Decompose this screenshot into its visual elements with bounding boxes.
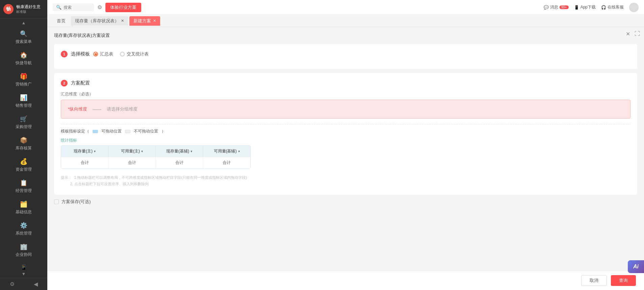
step2-title: 方案配置 [71, 80, 90, 86]
inventory-icon: 📦 [20, 137, 27, 144]
marketing-icon: 🎁 [20, 73, 27, 80]
panel-controls: ✕ ⛶ [624, 30, 641, 38]
ai-float-button[interactable]: Ai [628, 260, 644, 273]
save-scheme-checkbox[interactable] [54, 199, 59, 204]
td-current-main-summary: 合计 [61, 157, 108, 168]
radio-cross-dot [120, 52, 125, 56]
template-radio-group: 汇总表 交叉统计表 [93, 51, 149, 57]
radio-cross-table[interactable]: 交叉统计表 [120, 51, 149, 57]
online-service-item[interactable]: 🎧 在线客服 [601, 4, 624, 10]
th-available-main-label: 可用量(主) [121, 148, 140, 154]
table-header-row: 现存量(主) ▾ 可用量(主) ▾ 现存量(基辅) ▾ 可用量(基辅) ▾ [61, 146, 250, 157]
indicator-settings-suffix: ） [162, 128, 166, 134]
dimension-dash: —— [93, 107, 101, 112]
dimension-label: *纵向维度 [68, 106, 87, 112]
sidebar: 畅 畅康通好生意 标准版 ▲ 🔍 搜索菜单 🏠 快捷导航 🎁 营销推广 📊 销售… [0, 0, 47, 290]
th-available-aux-chevron[interactable]: ▾ [238, 149, 240, 153]
section1-header: 1 选择模板 汇总表 交叉统计表 [61, 51, 630, 57]
dimension-box[interactable]: *纵向维度 —— 请选择分组维度 [61, 100, 630, 119]
main-area: 🔍 ⚙ 体验行业方案 💬 消息 99+ 📱 App下载 🎧 在线客服 首页 [47, 0, 644, 290]
tab-new-scheme[interactable]: 新建方案 ✕ [129, 16, 160, 26]
step2-badge: 2 [61, 80, 68, 87]
guide-icon: 📱 [20, 264, 27, 270]
th-current-main-chevron[interactable]: ▾ [94, 149, 96, 153]
topbar: 🔍 ⚙ 体验行业方案 💬 消息 99+ 📱 App下载 🎧 在线客服 [47, 0, 644, 15]
td-available-aux-summary: 合计 [203, 157, 250, 168]
th-available-main-chevron[interactable]: ▾ [141, 149, 143, 153]
sidebar-item-label: 资金管理 [16, 167, 32, 172]
sidebar-item-marketing[interactable]: 🎁 营销推广 [0, 69, 47, 91]
draggable-label: 可拖动位置 [101, 128, 122, 134]
cancel-button[interactable]: 取消 [581, 275, 607, 286]
sidebar-item-system[interactable]: ⚙️ 系统管理 [0, 218, 47, 240]
sidebar-item-enterprise[interactable]: 🏢 企业协同 [0, 240, 47, 261]
th-current-aux[interactable]: 现存量(基辅) ▾ [156, 146, 203, 157]
app-download-item[interactable]: 📱 App下载 [574, 4, 596, 10]
radio-summary-dot [93, 52, 98, 56]
app-download-label: App下载 [580, 4, 596, 10]
stats-table: 现存量(主) ▾ 可用量(主) ▾ 现存量(基辅) ▾ 可用量(基辅) ▾ [61, 145, 251, 169]
query-button[interactable]: 查询 [611, 275, 636, 286]
indicator-settings: 模板指标设定（ 可拖动位置 不可拖动位置 ） [61, 128, 630, 134]
dimension-section-label: 汇总维度（必选） [61, 91, 630, 97]
tab-new-scheme-close-icon[interactable]: ✕ [153, 19, 156, 23]
dimension-placeholder: 请选择分组维度 [107, 106, 138, 112]
divider1 [61, 124, 630, 124]
user-avatar[interactable] [629, 3, 639, 12]
section-select-template: 1 选择模板 汇总表 交叉统计表 [54, 44, 637, 69]
th-available-main[interactable]: 可用量(主) ▾ [108, 146, 156, 157]
tab-inventory-close-icon[interactable]: ✕ [121, 19, 124, 23]
sidebar-item-label: 基础信息 [16, 209, 32, 215]
radio-summary-label: 汇总表 [100, 51, 113, 57]
sidebar-item-label: 搜索菜单 [16, 39, 32, 45]
experience-industry-button[interactable]: 体验行业方案 [105, 3, 141, 12]
messages-item[interactable]: 💬 消息 99+ [544, 4, 569, 10]
search-menu-icon: 🔍 [20, 30, 27, 38]
sidebar-item-quick-nav[interactable]: 🏠 快捷导航 [0, 48, 47, 69]
sidebar-item-purchase[interactable]: 🛒 采购管理 [0, 112, 47, 133]
close-panel-button[interactable]: ✕ [624, 30, 632, 38]
collapse-icon[interactable]: ◀ [34, 281, 38, 287]
sidebar-item-inventory[interactable]: 📦 库存核算 [0, 133, 47, 154]
th-available-aux[interactable]: 可用量(基辅) ▾ [203, 146, 250, 157]
messages-badge: 99+ [560, 5, 569, 9]
th-current-aux-chevron[interactable]: ▾ [191, 149, 192, 153]
quick-nav-icon: 🏠 [20, 51, 27, 59]
hint-text-2: 2. 点击标题栏下拉可设置排序、插入列和删除列 [61, 182, 630, 187]
sidebar-scroll-down[interactable]: ▼ [0, 270, 47, 278]
sidebar-item-label: 采购管理 [16, 124, 32, 130]
tab-home[interactable]: 首页 [53, 16, 70, 26]
table-body: 合计 合计 合计 合计 [61, 157, 250, 168]
sidebar-item-guide[interactable]: 📱 新手引导 [0, 261, 47, 270]
step1-badge: 1 [61, 51, 68, 57]
settings-icon[interactable]: ⚙ [10, 281, 15, 287]
topbar-search-box[interactable]: 🔍 [53, 3, 94, 11]
logo-text: 畅康通好生意 标准版 [16, 4, 41, 14]
sidebar-bottom: ⚙ ◀ [0, 278, 47, 290]
expand-panel-button[interactable]: ⛶ [633, 30, 641, 38]
indicator-settings-label: 模板指标设定（ [61, 128, 89, 134]
td-available-main-summary: 合计 [108, 157, 156, 168]
phone-icon: 📱 [574, 5, 579, 10]
radio-summary-table[interactable]: 汇总表 [93, 51, 113, 57]
sidebar-item-sales[interactable]: 📊 销售管理 [0, 91, 47, 112]
sidebar-item-search-menu[interactable]: 🔍 搜索菜单 [0, 27, 47, 48]
sidebar-item-label: 营销推广 [16, 81, 32, 87]
messages-label: 消息 [550, 4, 558, 10]
search-input[interactable] [64, 5, 91, 10]
sidebar-item-label: 经营管理 [16, 188, 32, 194]
sidebar-scroll-up[interactable]: ▲ [0, 19, 47, 27]
gear-icon[interactable]: ⚙ [97, 4, 102, 10]
sidebar-item-basic-info[interactable]: 🗂️ 基础信息 [0, 197, 47, 218]
sidebar-item-finance[interactable]: 💰 资金管理 [0, 154, 47, 176]
purchase-icon: 🛒 [20, 115, 27, 123]
tab-inventory-status[interactable]: 现存量（库存状况表） ✕ [71, 16, 128, 26]
tabbar: 首页 现存量（库存状况表） ✕ 新建方案 ✕ [47, 15, 644, 27]
save-scheme-section: 方案保存(可选) [54, 199, 637, 205]
table-row-summary: 合计 合计 合计 合计 [61, 157, 250, 168]
sidebar-logo: 畅 畅康通好生意 标准版 [0, 0, 47, 19]
th-current-main[interactable]: 现存量(主) ▾ [61, 146, 108, 157]
sidebar-item-operations[interactable]: 📋 经营管理 [0, 176, 47, 197]
tab-new-scheme-label: 新建方案 [133, 18, 151, 24]
draggable-box-icon [93, 130, 98, 133]
